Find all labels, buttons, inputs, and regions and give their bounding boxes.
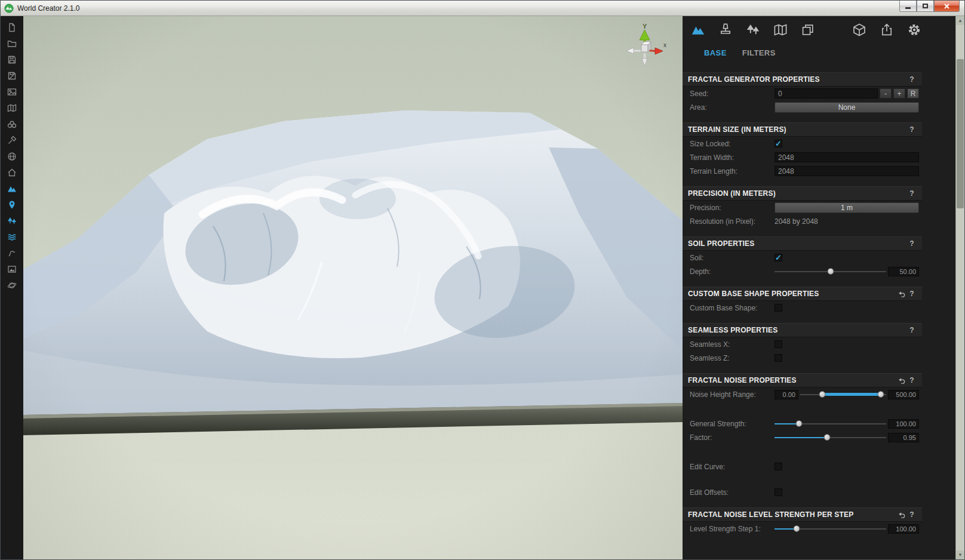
- settings-gear-icon[interactable]: [906, 22, 922, 38]
- tools-icon[interactable]: [3, 133, 21, 147]
- export-image-icon[interactable]: [3, 85, 21, 99]
- depth-value[interactable]: [888, 267, 919, 276]
- window-title: World Creator 2.1.0: [17, 4, 80, 13]
- new-file-icon[interactable]: [3, 20, 21, 34]
- water-icon[interactable]: [3, 230, 21, 244]
- factor-value[interactable]: [888, 433, 919, 442]
- close-button[interactable]: [934, 1, 960, 12]
- terrain-viewport[interactable]: Y x: [23, 16, 683, 559]
- tab-filters[interactable]: FILTERS: [742, 48, 776, 57]
- tab-base[interactable]: BASE: [704, 48, 727, 57]
- precision-button[interactable]: 1 m: [775, 202, 919, 213]
- home-icon[interactable]: [3, 165, 21, 179]
- panel-scrollbar[interactable]: ▲ ▼: [955, 16, 964, 559]
- help-button[interactable]: ?: [906, 509, 917, 520]
- level-strength-step-1-value[interactable]: [888, 524, 919, 534]
- seamless-x-checkbox[interactable]: [775, 340, 782, 348]
- slider-handle[interactable]: [823, 434, 830, 441]
- minimize-icon: [905, 7, 911, 9]
- sculpt-stamp-icon[interactable]: [718, 22, 733, 38]
- minimize-button[interactable]: [899, 1, 917, 12]
- range-high-handle[interactable]: [878, 391, 884, 398]
- left-toolbar: [1, 16, 23, 559]
- terrain-tab-icon[interactable]: [690, 22, 706, 38]
- save-as-icon[interactable]: [3, 69, 21, 82]
- gizmo-x-axis[interactable]: [655, 48, 663, 54]
- section-fractal-generator: FRACTAL GENERATOR PROPERTIES ? Seed: - +…: [683, 72, 922, 114]
- level-strength-step-1-slider[interactable]: [775, 524, 886, 533]
- save-file-icon[interactable]: [3, 53, 21, 66]
- scroll-down-arrow[interactable]: ▼: [956, 550, 964, 559]
- noise-range-min-value[interactable]: [775, 390, 798, 399]
- size-locked-checkbox[interactable]: ✓: [775, 140, 782, 147]
- erosion-icon[interactable]: [3, 246, 21, 260]
- section-seamless: SEAMLESS PROPERTIES ? Seamless X: Seamle…: [683, 323, 922, 365]
- help-button[interactable]: ?: [906, 288, 917, 299]
- export-map-icon[interactable]: [3, 101, 21, 115]
- noise-range-max-value[interactable]: [888, 390, 919, 399]
- seed-row: Seed: - + R: [683, 87, 922, 100]
- check-icon: ✓: [775, 254, 782, 261]
- seed-increment-button[interactable]: +: [893, 88, 905, 99]
- view-icon[interactable]: [3, 117, 21, 131]
- panel-scroll-area[interactable]: FRACTAL GENERATOR PROPERTIES ? Seed: - +…: [683, 61, 955, 559]
- duplicate-layers-icon[interactable]: [800, 22, 816, 38]
- slider-handle[interactable]: [794, 525, 800, 532]
- maximize-button[interactable]: [917, 1, 934, 12]
- seed-random-button[interactable]: R: [907, 88, 919, 99]
- panel-toolbar: [683, 16, 955, 44]
- gizmo-down-axis[interactable]: [642, 59, 647, 66]
- gizmo-center-cube[interactable]: [641, 45, 648, 52]
- seamless-z-checkbox[interactable]: [775, 354, 782, 362]
- general-strength-value[interactable]: [888, 419, 919, 429]
- gizmo-left-axis[interactable]: [626, 48, 634, 54]
- depth-slider[interactable]: [775, 267, 886, 276]
- help-button[interactable]: ?: [906, 325, 917, 336]
- open-file-icon[interactable]: [3, 36, 21, 50]
- orientation-gizmo[interactable]: Y x: [624, 22, 667, 72]
- general-strength-slider[interactable]: [775, 419, 886, 428]
- custom-base-shape-checkbox[interactable]: [775, 304, 782, 312]
- terrain-length-input[interactable]: [775, 166, 919, 176]
- section-header: CUSTOM BASE SHAPE PROPERTIES ?: [683, 287, 922, 301]
- revert-button[interactable]: [896, 375, 906, 386]
- soil-checkbox[interactable]: ✓: [775, 254, 782, 261]
- help-button[interactable]: ?: [906, 188, 917, 199]
- section-header: SOIL PROPERTIES ?: [683, 236, 922, 251]
- terrain-mountain-icon[interactable]: [3, 181, 21, 195]
- section-header: TERRAIN SIZE (IN METERS) ?: [683, 122, 922, 137]
- planet-icon[interactable]: [3, 278, 21, 292]
- help-button[interactable]: ?: [906, 74, 917, 85]
- help-button[interactable]: ?: [906, 375, 917, 386]
- factor-slider[interactable]: [775, 433, 886, 442]
- share-icon[interactable]: [879, 22, 895, 38]
- noise-height-range-slider[interactable]: [800, 390, 886, 399]
- revert-button[interactable]: [896, 509, 906, 520]
- world-icon[interactable]: [3, 149, 21, 163]
- factor-label: Factor:: [690, 433, 775, 442]
- map-tab-icon[interactable]: [773, 22, 788, 38]
- edit-offsets-checkbox[interactable]: [775, 488, 782, 496]
- seamless-z-label: Seamless Z:: [690, 354, 775, 362]
- seed-decrement-button[interactable]: -: [880, 88, 892, 99]
- close-icon: [944, 4, 949, 9]
- edit-curve-checkbox[interactable]: [775, 463, 782, 470]
- scrollbar-thumb[interactable]: [957, 59, 964, 208]
- textures-icon[interactable]: [3, 262, 21, 276]
- soil-row: Soil: ✓: [683, 251, 922, 264]
- gizmo-y-label: Y: [643, 23, 647, 30]
- vegetation-icon[interactable]: [3, 214, 21, 227]
- terrain-width-input[interactable]: [775, 152, 919, 162]
- scroll-up-arrow[interactable]: ▲: [956, 16, 964, 25]
- range-low-handle[interactable]: [819, 391, 826, 398]
- revert-button[interactable]: [896, 288, 906, 299]
- vegetation-tab-icon[interactable]: [745, 22, 761, 38]
- help-button[interactable]: ?: [906, 238, 917, 249]
- location-pin-icon[interactable]: [3, 198, 21, 211]
- help-button[interactable]: ?: [906, 124, 917, 135]
- seed-input[interactable]: [775, 88, 878, 99]
- export-3d-icon[interactable]: [852, 22, 867, 38]
- slider-handle[interactable]: [827, 268, 834, 275]
- area-button[interactable]: None: [775, 102, 919, 113]
- slider-handle[interactable]: [796, 420, 803, 427]
